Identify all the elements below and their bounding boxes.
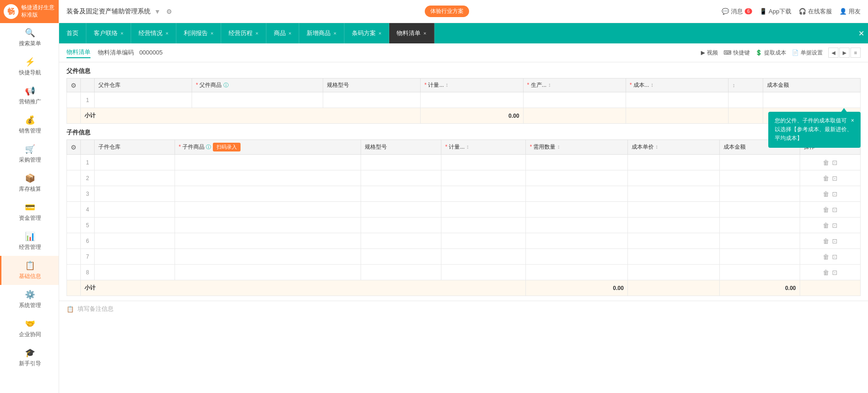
- parent-row-cost[interactable]: [626, 92, 728, 108]
- copy-icon-8[interactable]: ⊡: [832, 269, 838, 276]
- parent-row-production[interactable]: [523, 92, 626, 108]
- copy-icon-4[interactable]: ⊡: [832, 206, 838, 213]
- note-label[interactable]: 填写备注信息: [78, 305, 114, 313]
- sidebar-item-purchase[interactable]: 🛒 采购管理: [0, 139, 59, 169]
- tooltip-text: 您的父件、子件的成本取值可以选择【参考成本、最新进价、平均成本】: [775, 117, 852, 141]
- child-col-unit-cost: 成本单价 ↕: [627, 140, 719, 155]
- tab-bom[interactable]: 物料清单 ×: [389, 23, 434, 43]
- list-view-btn[interactable]: ≡: [850, 48, 861, 58]
- child-gear-icon[interactable]: ⚙: [71, 144, 77, 151]
- sidebar-item-operation[interactable]: 📊 经营管理: [0, 227, 59, 256]
- parent-row-settings: [67, 92, 81, 108]
- delete-icon-8[interactable]: 🗑: [823, 269, 829, 276]
- sub-tab-code-value: 0000005: [139, 49, 163, 56]
- view-video-button[interactable]: ▶ 视频: [701, 49, 718, 57]
- tab-operation-status[interactable]: 经营情况 ×: [131, 23, 176, 43]
- tab-close-profit[interactable]: ×: [211, 30, 213, 36]
- child-row1-unit-cost[interactable]: [627, 155, 719, 170]
- tab-new-product[interactable]: 新增商品 ×: [299, 23, 344, 43]
- child-table-row: 8 🗑⊡: [67, 265, 861, 280]
- user-button[interactable]: 👤 用友: [839, 7, 861, 16]
- sidebar-item-quick-nav[interactable]: ⚡ 快捷导航: [0, 52, 59, 81]
- child-row8-num: 8: [81, 265, 95, 280]
- parent-product-info-icon[interactable]: ⓘ: [223, 82, 229, 88]
- tab-close-product[interactable]: ×: [289, 30, 291, 36]
- tab-close-op[interactable]: ×: [165, 30, 168, 36]
- trial-button[interactable]: 体验行业方案: [425, 6, 469, 17]
- child-col-product: * 子件商品 ⓘ 扫码录入: [175, 140, 361, 155]
- parent-row-product[interactable]: [192, 92, 323, 108]
- tooltip-close-button[interactable]: ×: [851, 116, 854, 125]
- child-row1-needed[interactable]: [526, 155, 627, 170]
- tab-close-history[interactable]: ×: [255, 30, 258, 36]
- child-row1-warehouse[interactable]: [95, 155, 175, 170]
- copy-icon-6[interactable]: ⊡: [832, 237, 838, 245]
- dropdown-icon[interactable]: ▼: [154, 8, 161, 15]
- close-all-icon[interactable]: ✕: [858, 29, 864, 38]
- delete-icon-3[interactable]: 🗑: [823, 190, 829, 198]
- sidebar-item-guide[interactable]: 🎓 新手引导: [0, 343, 59, 372]
- parent-qty-sort[interactable]: ↕: [446, 82, 448, 88]
- tab-profit[interactable]: 利润报告 ×: [176, 23, 221, 43]
- tab-barcode[interactable]: 条码方案 ×: [344, 23, 389, 43]
- tab-history[interactable]: 经营历程 ×: [221, 23, 266, 43]
- parent-extra-sort[interactable]: ↕: [732, 82, 735, 89]
- settings-doc-icon: 📄: [792, 49, 799, 56]
- tab-close-bom[interactable]: ×: [423, 30, 426, 36]
- parent-prod-sort[interactable]: ↕: [548, 82, 551, 88]
- child-row1-product[interactable]: [175, 155, 361, 170]
- shortcut-button[interactable]: ⌨ 快捷键: [723, 49, 750, 57]
- marketing-icon: 📢: [25, 86, 35, 96]
- sidebar: 畅 畅捷通好生意 标准版 🔍 搜索菜单 ⚡ 快捷导航 📢 营销推广 💰 销售管理…: [0, 0, 59, 393]
- child-row1-qty[interactable]: [441, 155, 526, 170]
- single-settings-button[interactable]: 📄 单据设置: [792, 49, 823, 57]
- online-service-button[interactable]: 🎧 在线客服: [799, 7, 832, 16]
- delete-icon-1[interactable]: 🗑: [823, 159, 829, 166]
- child-unit-sort[interactable]: ↕: [655, 144, 658, 150]
- settings-icon[interactable]: ⚙: [166, 8, 172, 15]
- tab-product[interactable]: 商品 ×: [266, 23, 299, 43]
- message-button[interactable]: 💬 消息 6: [722, 7, 752, 16]
- sidebar-item-search[interactable]: 🔍 搜索菜单: [0, 23, 59, 52]
- sidebar-item-system[interactable]: ⚙️ 系统管理: [0, 285, 59, 314]
- parent-row-spec[interactable]: [323, 92, 421, 108]
- scan-button[interactable]: 扫码录入: [213, 143, 241, 151]
- child-product-info-icon[interactable]: ⓘ: [206, 144, 211, 150]
- child-qty-sort[interactable]: ↕: [466, 144, 469, 150]
- sidebar-item-inventory[interactable]: 📦 库存核算: [0, 169, 59, 198]
- delete-icon-7[interactable]: 🗑: [823, 253, 829, 260]
- sidebar-item-enterprise[interactable]: 🤝 企业协同: [0, 314, 59, 343]
- sidebar-item-finance[interactable]: 💳 资金管理: [0, 198, 59, 227]
- delete-icon-5[interactable]: 🗑: [823, 222, 829, 229]
- parent-gear-icon[interactable]: ⚙: [71, 82, 77, 89]
- sidebar-item-basic-info[interactable]: 📋 基础信息: [0, 256, 59, 285]
- tab-close-customer[interactable]: ×: [121, 30, 123, 36]
- copy-icon-5[interactable]: ⊡: [832, 222, 838, 229]
- copy-icon-1[interactable]: ⊡: [832, 159, 838, 166]
- delete-icon-6[interactable]: 🗑: [823, 237, 829, 245]
- tab-close-barcode[interactable]: ×: [379, 30, 381, 36]
- prev-arrow[interactable]: ◀: [828, 48, 838, 58]
- copy-icon-7[interactable]: ⊡: [832, 253, 838, 260]
- parent-row-warehouse[interactable]: [95, 92, 192, 108]
- parent-row-quantity[interactable]: [421, 92, 523, 108]
- child-needed-sort[interactable]: ↕: [557, 144, 560, 150]
- child-row1-spec[interactable]: [361, 155, 441, 170]
- extract-cost-button[interactable]: 💲 提取成本: [755, 49, 786, 57]
- tab-customer[interactable]: 客户联络 ×: [86, 23, 131, 43]
- copy-icon-3[interactable]: ⊡: [832, 190, 838, 198]
- delete-icon-2[interactable]: 🗑: [823, 175, 829, 182]
- next-arrow[interactable]: ▶: [839, 48, 850, 58]
- app-download-button[interactable]: 📱 App下载: [760, 7, 791, 16]
- parent-col-production: * 生产... ↕: [523, 79, 626, 92]
- child-subtotal-label: 小计: [81, 280, 526, 296]
- sidebar-item-sales[interactable]: 💰 销售管理: [0, 110, 59, 139]
- copy-icon-2[interactable]: ⊡: [832, 175, 838, 182]
- nav-arrows: ◀ ▶ ≡: [828, 48, 861, 58]
- sub-tab-bom-list[interactable]: 物料清单: [66, 47, 90, 58]
- tab-home[interactable]: 首页: [59, 23, 86, 43]
- tab-close-new-product[interactable]: ×: [333, 30, 336, 36]
- parent-cost-sort[interactable]: ↕: [651, 82, 653, 88]
- delete-icon-4[interactable]: 🗑: [823, 206, 829, 213]
- sidebar-item-marketing[interactable]: 📢 营销推广: [0, 81, 59, 110]
